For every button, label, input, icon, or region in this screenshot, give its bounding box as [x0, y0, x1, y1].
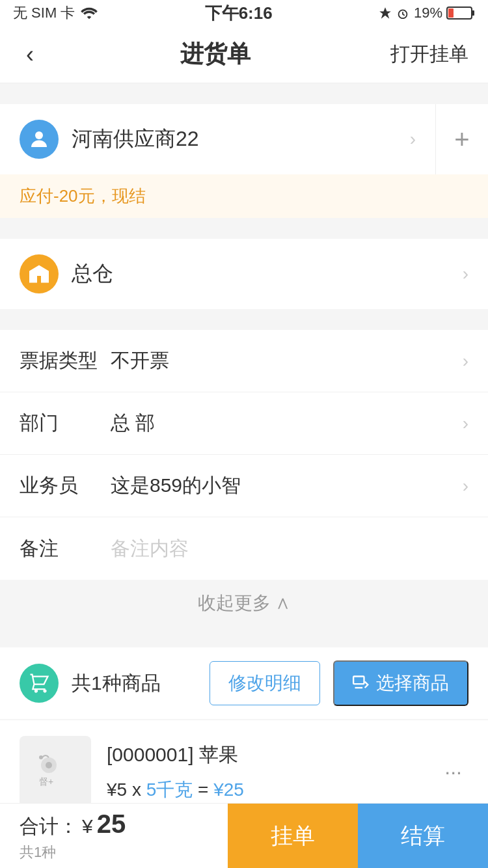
wifi-icon — [80, 7, 98, 20]
products-count: 共1种商品 — [72, 670, 197, 697]
warehouse-chevron-icon: › — [463, 264, 468, 284]
products-header: 共1种商品 修改明细 选择商品 — [0, 647, 488, 719]
status-battery: 19% — [379, 5, 475, 21]
salesperson-row[interactable]: 业务员 这是859的小智 › — [0, 455, 488, 517]
product-info: [0000001] 苹果 ¥5 x 5千克 = ¥25 — [107, 742, 422, 802]
invoice-chevron-icon: › — [463, 351, 468, 372]
notice-bar: 应付-20元，现结 — [0, 174, 488, 218]
open-hang-button[interactable]: 打开挂单 — [390, 41, 468, 68]
department-label: 部门 — [20, 410, 104, 437]
svg-rect-3 — [448, 8, 454, 18]
salesperson-label: 业务员 — [20, 472, 104, 499]
settle-button[interactable]: 结算 — [358, 804, 488, 868]
edit-details-button[interactable]: 修改明细 — [210, 661, 320, 705]
invoice-type-row[interactable]: 票据类型 不开票 › — [0, 330, 488, 392]
supplier-section: 河南供应商22 › + — [0, 104, 488, 174]
supplier-avatar — [20, 120, 59, 159]
person-icon — [27, 128, 51, 151]
product-thumb-icon: 督+ — [36, 752, 75, 791]
warehouse-icon — [20, 254, 59, 293]
alarm-icon — [396, 7, 410, 19]
location-icon — [379, 7, 392, 19]
department-row[interactable]: 部门 总 部 › — [0, 392, 488, 455]
department-value: 总 部 — [111, 410, 463, 437]
svg-rect-2 — [472, 10, 474, 16]
salesperson-chevron-icon: › — [463, 476, 468, 496]
page-title: 进货单 — [180, 38, 251, 70]
remark-input[interactable]: 备注内容 — [111, 536, 468, 562]
home-icon — [27, 262, 51, 286]
supplier-name: 河南供应商22 — [72, 125, 403, 154]
select-product-icon — [353, 675, 371, 691]
back-button[interactable]: ‹ — [20, 34, 40, 75]
bottom-bar: 合计： ¥ 25 共1种 挂单 结算 — [0, 803, 488, 868]
product-name: [0000001] 苹果 — [107, 742, 422, 768]
total-amount: 25 — [97, 809, 126, 839]
hang-button[interactable]: 挂单 — [228, 804, 358, 868]
cart-icon — [27, 671, 51, 695]
department-chevron-icon: › — [463, 413, 468, 434]
add-supplier-button[interactable]: + — [436, 104, 488, 174]
status-network: 无 SIM 卡 — [13, 3, 98, 23]
invoice-type-label: 票据类型 — [20, 347, 104, 374]
svg-point-4 — [35, 131, 43, 139]
supplier-select-row[interactable]: 河南供应商22 › — [0, 104, 436, 174]
supplier-chevron-icon: › — [410, 129, 416, 150]
total-section: 合计： ¥ 25 共1种 — [0, 804, 228, 868]
remark-row[interactable]: 备注 备注内容 — [0, 517, 488, 580]
product-more-button[interactable]: ··· — [438, 753, 468, 791]
remark-label: 备注 — [20, 536, 104, 562]
collapse-button[interactable]: 收起更多 ∧ — [0, 580, 488, 627]
warehouse-row[interactable]: 总仓 › — [0, 239, 488, 309]
warehouse-name: 总仓 — [72, 260, 463, 288]
battery-icon — [446, 6, 475, 20]
product-thumbnail: 督+ — [20, 736, 91, 807]
select-product-button[interactable]: 选择商品 — [333, 660, 468, 706]
svg-text:督+: 督+ — [39, 776, 53, 787]
total-sub: 共1种 — [20, 843, 208, 862]
status-bar: 无 SIM 卡 下午6:16 19% — [0, 0, 488, 26]
total-line: 合计： ¥ 25 — [20, 809, 208, 840]
form-section: 票据类型 不开票 › 部门 总 部 › 业务员 这是859的小智 › 备注 备注… — [0, 330, 488, 580]
nav-bar: ‹ 进货单 打开挂单 — [0, 26, 488, 83]
svg-rect-5 — [353, 677, 364, 685]
status-time: 下午6:16 — [205, 2, 273, 25]
svg-point-7 — [46, 762, 52, 768]
products-icon — [20, 664, 59, 703]
salesperson-value: 这是859的小智 — [111, 472, 463, 499]
invoice-type-value: 不开票 — [111, 347, 463, 374]
product-price: ¥5 x 5千克 = ¥25 — [107, 778, 422, 802]
